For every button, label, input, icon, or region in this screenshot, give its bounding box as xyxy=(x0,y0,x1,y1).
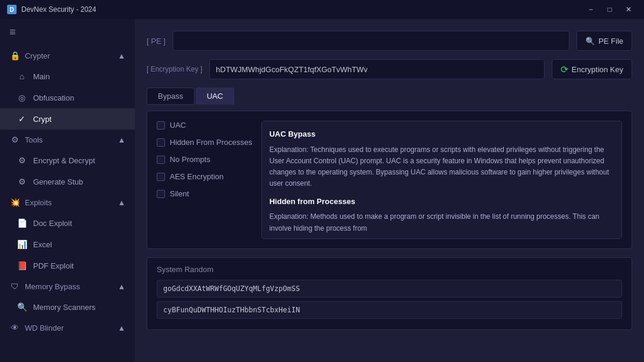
checkbox-aes-encryption[interactable]: AES Encryption xyxy=(157,172,252,181)
sidebar-section-header-crypter[interactable]: 🔒 Crypter ▲ xyxy=(0,46,135,66)
pe-file-button[interactable]: 🔍 PE File xyxy=(577,31,632,51)
sidebar-section-memory-bypass: 🛡 Memory Bypass ▲ 🔍 Memory Scanners xyxy=(0,276,135,318)
obfuscation-icon: ◎ xyxy=(17,92,27,103)
tabs-bar: Bypass UAC xyxy=(147,88,632,105)
pe-input[interactable] xyxy=(173,31,569,51)
random-value-1: goGdcdXXAtWRWfGOqUZYqMLfgVzpOmSS xyxy=(157,280,622,298)
hamburger-icon[interactable]: ≡ xyxy=(0,19,135,46)
checkboxes-panel: UAC Hidden From Processes No Prompts AES… xyxy=(157,121,252,239)
titlebar: D DevNex Security - 2024 − □ ✕ xyxy=(0,0,644,19)
random-value-2: cyBFunQuDWTHHOIuzTHbbnSTcbxHeiIN xyxy=(157,301,622,319)
sidebar-item-excel[interactable]: 📊 Excel xyxy=(0,234,135,255)
check-icon: ✓ xyxy=(17,114,27,124)
sidebar-section-tools: ⚙ Tools ▲ ⚙ Encrypt & Decrypt ⚙ Generate… xyxy=(0,130,135,192)
sidebar-item-doc-exploit-label: Doc Exploit xyxy=(33,219,72,228)
sidebar-section-header-memory-bypass[interactable]: 🛡 Memory Bypass ▲ xyxy=(0,276,135,296)
checkbox-silent-box xyxy=(157,190,165,198)
checkbox-hidden-label: Hidden From Processes xyxy=(170,138,252,147)
pe-label: [ PE ] xyxy=(147,37,166,46)
crypter-label: Crypter xyxy=(25,51,50,60)
sidebar-item-generate-stub-label: Generate Stub xyxy=(33,177,83,186)
enc-row: [ Encryption Key ] ⟳ Encryption Key xyxy=(147,59,632,79)
description-panel: UAC Bypass Explanation: Techniques used … xyxy=(261,121,622,239)
encrypt-icon: ⚙ xyxy=(17,155,27,166)
desc-title-uac-bypass: UAC Bypass xyxy=(269,128,614,141)
enc-btn-label: Encryption Key xyxy=(572,65,623,74)
wd-blinder-label: WD Blinder xyxy=(25,324,64,332)
eye-icon: 👁 xyxy=(9,322,20,333)
sidebar: ≡ 🔒 Crypter ▲ ⌂ Main ◎ Obfuscation ✓ Cry… xyxy=(0,19,135,362)
checkbox-no-prompts[interactable]: No Prompts xyxy=(157,155,252,164)
checkbox-hidden-box xyxy=(157,138,165,147)
chevron-up-icon: ▲ xyxy=(118,51,125,60)
key-icon: ⟳ xyxy=(561,64,568,75)
sidebar-section-crypter: 🔒 Crypter ▲ ⌂ Main ◎ Obfuscation ✓ Crypt xyxy=(0,46,135,130)
checkbox-no-prompts-label: No Prompts xyxy=(170,155,211,164)
sidebar-item-obfuscation-label: Obfuscation xyxy=(33,93,74,102)
app-body: ≡ 🔒 Crypter ▲ ⌂ Main ◎ Obfuscation ✓ Cry… xyxy=(0,19,644,362)
sidebar-item-memory-scanners[interactable]: 🔍 Memory Scanners xyxy=(0,296,135,318)
sidebar-section-wd-blinder: 👁 WD Blinder ▲ xyxy=(0,318,135,338)
excel-icon: 📊 xyxy=(17,239,27,250)
sidebar-item-obfuscation[interactable]: ◎ Obfuscation xyxy=(0,87,135,108)
sidebar-item-pdf-exploit-label: PDF Exploit xyxy=(33,261,74,270)
sidebar-item-main[interactable]: ⌂ Main xyxy=(0,66,135,87)
shield-icon: 🛡 xyxy=(9,281,20,292)
app-title: DevNex Security - 2024 xyxy=(21,5,96,14)
checkbox-no-prompts-box xyxy=(157,156,165,164)
desc-title-hidden-processes: Hidden from Processes xyxy=(269,196,614,208)
sidebar-section-header-wd-blinder[interactable]: 👁 WD Blinder ▲ xyxy=(0,318,135,338)
pdf-icon: 📕 xyxy=(17,260,27,271)
chevron-down-icon-wd: ▲ xyxy=(118,324,125,332)
checkbox-silent[interactable]: Silent xyxy=(157,189,252,198)
checkbox-aes-box xyxy=(157,173,165,181)
lock-icon: 🔒 xyxy=(9,50,20,61)
sidebar-section-header-tools[interactable]: ⚙ Tools ▲ xyxy=(0,130,135,150)
tools-label: Tools xyxy=(25,135,43,144)
sidebar-item-memory-scanners-label: Memory Scanners xyxy=(33,303,95,312)
titlebar-left: D DevNex Security - 2024 xyxy=(7,5,96,14)
sidebar-item-encrypt-decrypt[interactable]: ⚙ Encrypt & Decrypt xyxy=(0,150,135,171)
enc-label: [ Encryption Key ] xyxy=(147,65,202,73)
content-area: [ PE ] 🔍 PE File [ Encryption Key ] ⟳ En… xyxy=(135,19,644,362)
checkbox-hidden-from-processes[interactable]: Hidden From Processes xyxy=(157,138,252,147)
search-icon: 🔍 xyxy=(585,37,595,46)
exploits-icon: 💥 xyxy=(9,197,20,208)
chevron-up-icon-tools: ▲ xyxy=(118,135,125,144)
sidebar-item-doc-exploit[interactable]: 📄 Doc Exploit xyxy=(0,212,135,234)
sidebar-item-excel-label: Excel xyxy=(33,240,52,249)
enc-input[interactable] xyxy=(209,59,545,79)
sidebar-section-header-exploits[interactable]: 💥 Exploits ▲ xyxy=(0,192,135,212)
app-icon: D xyxy=(7,5,17,14)
tab-uac[interactable]: UAC xyxy=(196,88,234,105)
enc-key-button[interactable]: ⟳ Encryption Key xyxy=(552,59,632,79)
sidebar-item-generate-stub[interactable]: ⚙ Generate Stub xyxy=(0,171,135,192)
chevron-up-icon-exploits: ▲ xyxy=(118,198,125,207)
exploits-label: Exploits xyxy=(25,198,52,207)
maximize-button[interactable]: □ xyxy=(601,4,618,15)
home-icon: ⌂ xyxy=(17,71,27,82)
checkbox-silent-label: Silent xyxy=(170,189,189,198)
checkbox-uac[interactable]: UAC xyxy=(157,121,252,130)
sidebar-item-crypt[interactable]: ✓ Crypt xyxy=(0,108,135,130)
sidebar-item-crypt-label: Crypt xyxy=(33,115,51,124)
checkbox-uac-label: UAC xyxy=(170,121,186,130)
checkbox-aes-label: AES Encryption xyxy=(170,172,224,181)
close-button[interactable]: ✕ xyxy=(620,4,637,15)
desc-body-uac-bypass: Explanation: Techniques used to execute … xyxy=(269,144,614,190)
stub-icon: ⚙ xyxy=(17,176,27,187)
tools-icon: ⚙ xyxy=(9,134,20,145)
tab-bypass[interactable]: Bypass xyxy=(147,88,195,105)
memory-bypass-label: Memory Bypass xyxy=(25,282,80,291)
pe-btn-label: PE File xyxy=(598,37,623,46)
desc-body-hidden-processes: Explanation: Methods used to make a prog… xyxy=(269,211,614,234)
checkbox-uac-box xyxy=(157,121,165,130)
sidebar-item-main-label: Main xyxy=(33,72,50,81)
system-random-panel: System Random goGdcdXXAtWRWfGOqUZYqMLfgV… xyxy=(147,257,632,330)
minimize-button[interactable]: − xyxy=(582,4,599,15)
doc-icon: 📄 xyxy=(17,218,27,228)
sidebar-item-pdf-exploit[interactable]: 📕 PDF Exploit xyxy=(0,255,135,276)
sidebar-item-encrypt-decrypt-label: Encrypt & Decrypt xyxy=(33,156,95,165)
pe-row: [ PE ] 🔍 PE File xyxy=(147,31,632,51)
scan-icon: 🔍 xyxy=(17,302,27,312)
